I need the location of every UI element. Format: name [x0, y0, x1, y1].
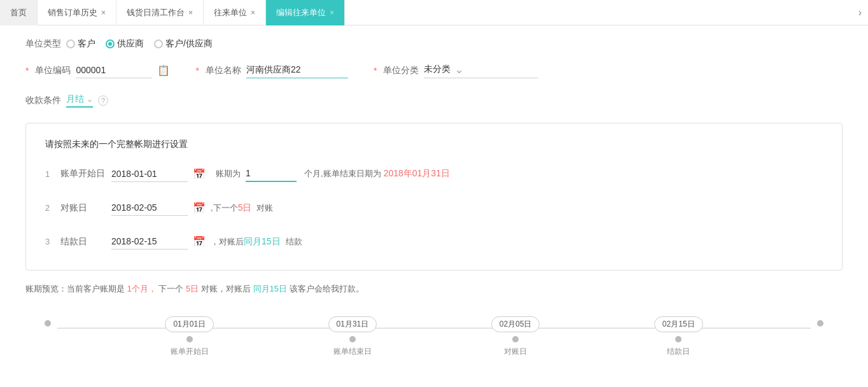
tab-edit-partner-label: 编辑往来单位	[276, 7, 326, 18]
preview-part2-pre: 下一个	[158, 284, 183, 293]
timeline-sub-1: 账单开始日	[171, 346, 209, 357]
tab-cash-clearing-label: 钱货日清工作台	[127, 7, 185, 18]
period-section: 请按照未来的一个完整帐期进行设置 1 账单开始日 📅 账期为 个月,账单结束日期…	[25, 123, 843, 271]
timeline-start	[45, 316, 51, 327]
timeline-end	[817, 316, 823, 327]
row-label-3: 结款日	[60, 236, 111, 248]
period-end-date: 2018年01月31日	[384, 168, 450, 179]
unit-code-required: *	[25, 66, 29, 76]
radio-customer-label: 客户	[78, 38, 95, 50]
row-label-1: 账单开始日	[60, 168, 111, 179]
preview-part1: 1个月，	[127, 284, 157, 293]
unit-name-input[interactable]	[246, 62, 348, 78]
payment-terms-value: 月结	[66, 94, 84, 105]
unit-type-group: 单位类型 客户 供应商 客户/供应商	[25, 38, 213, 50]
unit-code-input[interactable]	[76, 62, 152, 78]
timeline-dot-4	[675, 336, 682, 342]
timeline-sub-2: 账单结束日	[333, 346, 372, 357]
timeline-node-4: 02月15日 结款日	[654, 316, 703, 357]
payment-date-input[interactable]	[111, 234, 188, 250]
row-number-3: 3	[45, 237, 60, 246]
timeline-end-dot	[817, 320, 823, 327]
timeline-node-1: 01月01日 账单开始日	[165, 316, 214, 357]
timeline-node-3: 02月05日 对账日	[491, 316, 540, 357]
timeline-label-4: 02月15日	[654, 316, 703, 332]
unit-category-select[interactable]: 未分类 ⌄	[424, 62, 538, 78]
payment-terms-label: 收款条件	[25, 95, 61, 106]
preview-row: 账期预览：当前客户账期是 1个月， 下一个 5日 对账，对账后 同月15日 该客…	[25, 283, 843, 295]
reconcile-desc-prefix: ,下一个	[211, 202, 238, 214]
timeline-sub-3: 对账日	[504, 346, 527, 357]
tab-more-arrow[interactable]: ›	[852, 7, 868, 18]
timeline-dot-1	[186, 336, 193, 342]
tab-edit-partner-close[interactable]: ×	[330, 8, 334, 17]
tab-bar: 首页 销售订单历史 × 钱货日清工作台 × 往来单位 × 编辑往来单位 × ›	[0, 0, 868, 25]
radio-supplier-label: 供应商	[117, 38, 144, 50]
main-content: 单位类型 客户 供应商 客户/供应商 * 单位编码	[0, 25, 868, 387]
timeline-dot-2	[349, 336, 356, 342]
period-number-input[interactable]	[246, 165, 297, 182]
tab-home[interactable]: 首页	[0, 0, 38, 25]
unit-category-required: *	[374, 66, 377, 76]
period-row-2: 2 对账日 📅 ,下一个 5日 对账	[45, 200, 823, 216]
unit-category-label: 单位分类	[383, 65, 419, 76]
period-label: 账期为	[216, 168, 241, 179]
reconcile-desc-suffix: 对账	[256, 202, 273, 214]
period-unit-label: 个月,账单结束日期为	[304, 168, 381, 179]
unit-name-group: * 单位名称	[195, 62, 347, 78]
copy-icon[interactable]: 📋	[157, 64, 170, 76]
unit-category-value: 未分类	[424, 64, 451, 75]
timeline-label-2: 01月31日	[328, 316, 377, 332]
unit-type-radio-group: 客户 供应商 客户/供应商	[66, 38, 213, 50]
unit-type-label: 单位类型	[25, 38, 61, 50]
timeline-start-dot	[45, 320, 51, 327]
radio-both-circle	[154, 39, 163, 48]
reconcile-highlight: 5日	[238, 202, 252, 214]
tab-edit-partner[interactable]: 编辑往来单位 ×	[266, 0, 345, 25]
unit-code-label: 单位编码	[35, 65, 71, 76]
tab-sales-history-close[interactable]: ×	[101, 8, 106, 17]
start-date-input[interactable]	[111, 166, 188, 182]
tab-home-label: 首页	[10, 7, 27, 18]
payment-date-cal-icon[interactable]: 📅	[193, 236, 206, 248]
period-row-1: 1 账单开始日 📅 账期为 个月,账单结束日期为 2018年01月31日	[45, 165, 823, 182]
radio-both-label: 客户/供应商	[165, 38, 213, 50]
radio-supplier-circle	[106, 39, 115, 48]
tab-sales-history[interactable]: 销售订单历史 ×	[38, 0, 116, 25]
timeline-sub-4: 结款日	[667, 346, 690, 357]
payment-terms-group: 收款条件 月结 ⌄ ?	[25, 94, 108, 108]
reconcile-date-input[interactable]	[111, 200, 188, 216]
unit-name-label: 单位名称	[206, 65, 241, 76]
timeline-dot-3	[512, 336, 519, 342]
preview-suffix: 该客户会给我打款。	[290, 284, 364, 293]
payment-highlight: 同月15日	[244, 236, 281, 248]
row-number-1: 1	[45, 169, 60, 179]
tab-partner[interactable]: 往来单位 ×	[204, 0, 266, 25]
radio-supplier[interactable]: 供应商	[106, 38, 144, 50]
help-icon[interactable]: ?	[98, 95, 108, 106]
payment-terms-select[interactable]: 月结 ⌄	[66, 94, 93, 108]
unit-category-arrow: ⌄	[454, 62, 464, 76]
timeline-nodes: 01月01日 账单开始日 01月31日 账单结束日 02月05日 对账日 02月…	[45, 316, 823, 357]
timeline-node-2: 01月31日 账单结束日	[328, 316, 377, 357]
tab-partner-label: 往来单位	[214, 7, 247, 18]
tab-cash-clearing-close[interactable]: ×	[188, 8, 193, 17]
row-number-2: 2	[45, 203, 60, 213]
tab-partner-close[interactable]: ×	[251, 8, 255, 17]
unit-type-row: 单位类型 客户 供应商 客户/供应商	[25, 38, 843, 50]
payment-desc-suffix: 结款	[286, 236, 302, 248]
unit-code-group: * 单位编码 📋	[25, 62, 170, 78]
tab-cash-clearing[interactable]: 钱货日清工作台 ×	[116, 0, 204, 25]
reconcile-date-cal-icon[interactable]: 📅	[193, 202, 206, 214]
timeline-label-1: 01月01日	[165, 316, 214, 332]
radio-customer[interactable]: 客户	[66, 38, 95, 50]
preview-prefix: 账期预览：当前客户账期是	[25, 284, 125, 293]
radio-both[interactable]: 客户/供应商	[154, 38, 213, 50]
payment-terms-row: 收款条件 月结 ⌄ ?	[25, 94, 843, 108]
payment-desc-prefix: ，对账后	[211, 236, 244, 248]
timeline-label-3: 02月05日	[491, 316, 540, 332]
section-title: 请按照未来的一个完整帐期进行设置	[45, 139, 823, 150]
unit-name-required: *	[195, 66, 199, 76]
payment-terms-arrow: ⌄	[87, 95, 93, 104]
start-date-cal-icon[interactable]: 📅	[193, 168, 206, 180]
